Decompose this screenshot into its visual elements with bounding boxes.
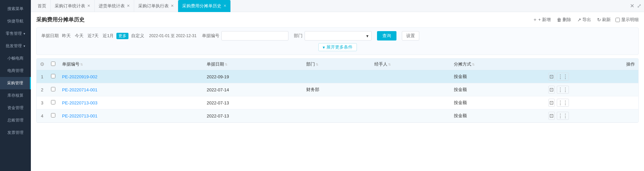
sidebar-item-purchase[interactable]: 采购管理 (0, 77, 31, 89)
row-checkbox[interactable] (51, 100, 55, 104)
row-num: 3 (37, 96, 48, 109)
show-cols-toggle[interactable]: 显示明细 (615, 17, 639, 23)
view-icon[interactable]: ⊡ (548, 99, 555, 107)
handler-cell (371, 83, 450, 96)
sidebar-item-inventory[interactable]: 库存核算 (0, 89, 31, 102)
sort-icon: ⇅ (316, 63, 318, 66)
row-checkbox[interactable] (51, 113, 55, 117)
table-row: 4 PE-20220713-001 2022-07-13 按金额 ⊡ ⋮⋮ (37, 109, 638, 122)
view-icon[interactable]: ⊡ (548, 86, 555, 94)
tab-actions: ✕ ⤢ (630, 3, 641, 9)
tab-purchase-goods-stats[interactable]: 进货单统计表 ✕ (95, 0, 134, 12)
sidebar-item-invoice[interactable]: 发票管理 (0, 126, 31, 139)
row-checkbox-cell[interactable] (48, 70, 59, 83)
expand-more-button[interactable]: ▾ 展开更多条件 (318, 43, 357, 51)
dept-filter-group: 部门 ▾ (294, 31, 372, 40)
filter-row: 单据日期 昨天 今天 近7天 近1月 更多 自定义 2022-01-01 至 2… (41, 31, 634, 40)
maximize-icon[interactable]: ⤢ (637, 3, 641, 9)
doc-num-cell: PE-20220713-003 (59, 96, 203, 109)
doc-num-link[interactable]: PE-20220713-003 (62, 100, 98, 105)
sidebar-item-retail[interactable]: 零售管理 ▾ (0, 27, 31, 40)
handler-cell (371, 109, 450, 122)
tab-purchase-exec[interactable]: 采购订单执行表 ✕ (134, 0, 178, 12)
date-cell: 2022-07-14 (203, 83, 303, 96)
view-icon[interactable]: ⊡ (548, 73, 555, 81)
page-header: 采购费用分摊单历史 ＋ + 新增 🗑 删除 ↗ 导出 ↻ 刷新 (36, 16, 639, 23)
th-method[interactable]: 分摊方式 ⇅ (450, 59, 545, 70)
more-ops-icon[interactable]: ⋮⋮ (557, 112, 569, 120)
dept-cell: 财务部 (303, 83, 371, 96)
row-checkbox-cell[interactable] (48, 83, 59, 96)
search-button[interactable]: 查询 (377, 31, 396, 40)
sidebar-item-ledger[interactable]: 总账管理 (0, 114, 31, 126)
row-num: 4 (37, 109, 48, 122)
sidebar-item-quicknav[interactable]: 快捷导航 (0, 15, 31, 27)
method-cell: 按金额 (450, 83, 545, 96)
th-handler[interactable]: 经手人 ⇅ (371, 59, 450, 70)
table-row: 1 PE-20220919-002 2022-09-19 按金额 ⊡ ⋮⋮ (37, 70, 638, 83)
doc-num-link[interactable]: PE-20220919-002 (62, 74, 98, 79)
close-icon[interactable]: ✕ (223, 4, 226, 8)
sort-icon: ⇅ (80, 63, 83, 66)
tab-home[interactable]: 首页 (34, 0, 51, 12)
doc-num-link[interactable]: PE-20220713-001 (62, 113, 98, 118)
th-checkbox[interactable] (48, 59, 59, 70)
close-all-icon[interactable]: ✕ (630, 3, 634, 9)
th-doc-num[interactable]: 单据编号 ⇅ (59, 59, 203, 70)
shortcut-yesterday[interactable]: 昨天 (61, 32, 72, 39)
th-ops: 操作 (545, 59, 638, 70)
doc-num-cell: PE-20220713-001 (59, 109, 203, 122)
close-icon[interactable]: ✕ (87, 4, 90, 8)
sidebar-item-ecommerce[interactable]: 电商管理 (0, 65, 31, 77)
th-settings[interactable]: ⚙ (37, 59, 48, 70)
tab-bar: 首页 采购订单统计表 ✕ 进货单统计表 ✕ 采购订单执行表 ✕ 采购费用分摊单历… (31, 0, 644, 12)
setting-button[interactable]: 设置 (402, 31, 419, 40)
date-filter-label: 单据日期 (41, 33, 59, 39)
sidebar-item-ecommerce-small[interactable]: 小畅电商 (0, 52, 31, 65)
sort-icon: ⇅ (225, 63, 227, 66)
delete-button[interactable]: 🗑 删除 (555, 16, 573, 23)
doc-num-link[interactable]: PE-20220714-001 (62, 87, 98, 92)
close-icon[interactable]: ✕ (171, 4, 174, 8)
export-icon: ↗ (577, 17, 581, 22)
doc-num-input[interactable] (221, 31, 288, 40)
more-ops-icon[interactable]: ⋮⋮ (557, 86, 569, 94)
tab-purchase-order-stats[interactable]: 采购订单统计表 ✕ (51, 0, 95, 12)
th-dept[interactable]: 部门 ⇅ (303, 59, 371, 70)
select-all-checkbox[interactable] (51, 62, 55, 66)
sort-icon: ⇅ (472, 63, 475, 66)
more-ops-icon[interactable]: ⋮⋮ (557, 99, 569, 107)
dept-label: 部门 (294, 33, 303, 39)
shortcut-today[interactable]: 今天 (73, 32, 85, 39)
main-area: 首页 采购订单统计表 ✕ 进货单统计表 ✕ 采购订单执行表 ✕ 采购费用分摊单历… (31, 0, 644, 171)
export-button[interactable]: ↗ 导出 (576, 16, 592, 23)
row-num: 1 (37, 70, 48, 83)
delete-icon: 🗑 (557, 17, 561, 22)
row-checkbox[interactable] (51, 74, 55, 78)
sidebar-item-search[interactable]: 搜索菜单 (0, 3, 31, 15)
sidebar-item-wholesale[interactable]: 批发管理 ▾ (0, 40, 31, 52)
row-checkbox[interactable] (51, 87, 55, 91)
shortcut-1month[interactable]: 近1月 (101, 32, 115, 39)
row-checkbox-cell[interactable] (48, 109, 59, 122)
more-ops-icon[interactable]: ⋮⋮ (557, 73, 569, 81)
doc-num-cell: PE-20220714-001 (59, 83, 203, 96)
shortcut-custom[interactable]: 自定义 (130, 32, 146, 39)
add-button[interactable]: ＋ + 新增 (531, 16, 552, 23)
shortcut-more[interactable]: 更多 (116, 33, 128, 39)
date-range-display: 2022-01-01 至 2022-12-31 (149, 33, 196, 39)
dept-select[interactable]: ▾ (305, 31, 372, 40)
sidebar-item-finance[interactable]: 资金管理 (0, 102, 31, 114)
dept-cell (303, 70, 371, 83)
th-date[interactable]: 单据日期 ⇅ (203, 59, 303, 70)
tab-purchase-cost-history[interactable]: 采购费用分摊单历史 ✕ (178, 0, 231, 12)
settings-gear-icon[interactable]: ⚙ (40, 61, 44, 67)
method-cell: 按金额 (450, 96, 545, 109)
shortcut-7days[interactable]: 近7天 (86, 32, 100, 39)
view-icon[interactable]: ⊡ (548, 112, 555, 120)
show-cols-checkbox[interactable] (615, 18, 620, 22)
row-checkbox-cell[interactable] (48, 96, 59, 109)
refresh-button[interactable]: ↻ 刷新 (596, 16, 612, 23)
close-icon[interactable]: ✕ (127, 4, 130, 8)
toolbar: ＋ + 新增 🗑 删除 ↗ 导出 ↻ 刷新 显示明细 (531, 16, 639, 23)
